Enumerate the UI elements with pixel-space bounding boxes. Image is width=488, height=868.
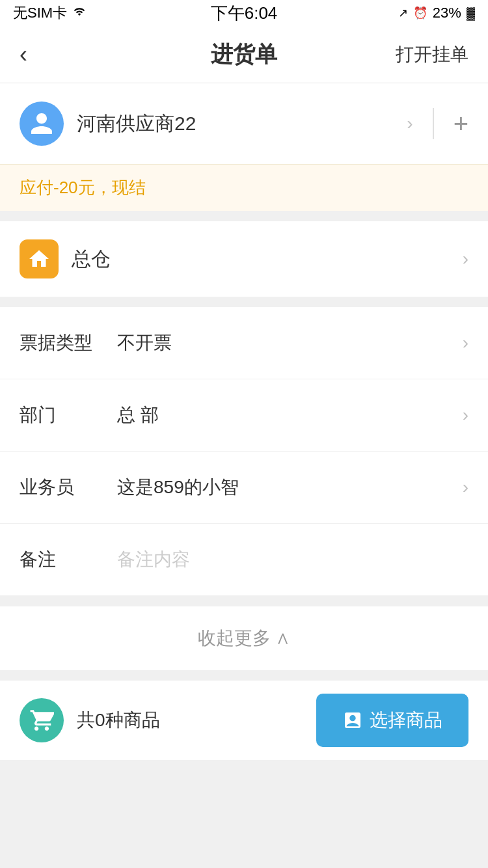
bottom-bar: 共0种商品 选择商品 bbox=[0, 681, 488, 760]
department-label: 部门 bbox=[20, 403, 98, 427]
status-bar: 无SIM卡 下午6:04 ↗ ⏰ 23% ▓ bbox=[0, 0, 488, 26]
select-product-button[interactable]: 选择商品 bbox=[316, 694, 468, 747]
invoice-type-chevron-icon: › bbox=[463, 332, 468, 353]
department-value: 总 部 bbox=[117, 403, 463, 427]
supplier-name: 河南供应商22 bbox=[77, 111, 407, 137]
remarks-label: 备注 bbox=[20, 547, 98, 572]
select-product-icon bbox=[342, 710, 363, 731]
status-time: 下午6:04 bbox=[211, 2, 278, 25]
status-left: 无SIM卡 bbox=[13, 3, 87, 23]
notice-text: 应付-20元，现结 bbox=[20, 178, 146, 197]
department-chevron-icon: › bbox=[463, 405, 468, 426]
supplier-chevron-icon: › bbox=[407, 113, 413, 134]
location-icon: ↗ bbox=[398, 6, 408, 20]
warehouse-section: 总仓 › bbox=[0, 221, 488, 297]
person-icon bbox=[29, 111, 55, 137]
wifi-icon bbox=[72, 5, 87, 21]
battery-icon: ▓ bbox=[467, 7, 475, 20]
salesperson-value: 这是859的小智 bbox=[117, 475, 463, 500]
warehouse-row[interactable]: 总仓 › bbox=[0, 221, 488, 297]
remaining-space bbox=[0, 760, 488, 868]
remarks-row[interactable]: 备注 备注内容 bbox=[0, 524, 488, 595]
battery-label: 23% bbox=[433, 5, 461, 21]
back-button[interactable]: ‹ bbox=[20, 41, 59, 68]
home-icon bbox=[27, 247, 51, 271]
select-product-label: 选择商品 bbox=[370, 708, 442, 733]
invoice-type-label: 票据类型 bbox=[20, 331, 98, 355]
nav-bar: ‹ 进货单 打开挂单 bbox=[0, 26, 488, 83]
add-supplier-button[interactable]: + bbox=[454, 111, 468, 137]
form-section: 票据类型 不开票 › 部门 总 部 › 业务员 这是859的小智 › 备注 备注… bbox=[0, 307, 488, 595]
supplier-row[interactable]: 河南供应商22 › + bbox=[0, 83, 488, 164]
supplier-divider bbox=[433, 108, 434, 139]
remarks-input[interactable]: 备注内容 bbox=[117, 547, 468, 572]
invoice-type-row[interactable]: 票据类型 不开票 › bbox=[0, 307, 488, 379]
supplier-section: 河南供应商22 › + 应付-20元，现结 bbox=[0, 83, 488, 211]
carrier-label: 无SIM卡 bbox=[13, 3, 67, 23]
product-count-label: 共0种商品 bbox=[77, 708, 316, 733]
salesperson-row[interactable]: 业务员 这是859的小智 › bbox=[0, 452, 488, 524]
cart-icon bbox=[29, 708, 54, 733]
warehouse-chevron-icon: › bbox=[463, 249, 468, 269]
alarm-icon: ⏰ bbox=[413, 6, 427, 20]
supplier-avatar bbox=[20, 102, 64, 146]
open-pending-button[interactable]: 打开挂单 bbox=[396, 42, 468, 67]
collapse-button[interactable]: 收起更多 ∧ bbox=[0, 606, 488, 670]
warehouse-name: 总仓 bbox=[72, 246, 463, 273]
salesperson-label: 业务员 bbox=[20, 475, 98, 500]
salesperson-chevron-icon: › bbox=[463, 477, 468, 498]
product-icon bbox=[20, 698, 64, 742]
department-row[interactable]: 部门 总 部 › bbox=[0, 379, 488, 452]
content-area: 河南供应商22 › + 应付-20元，现结 总仓 › 票据类型 不开票 › bbox=[0, 83, 488, 868]
warehouse-icon bbox=[20, 239, 59, 278]
notice-bar: 应付-20元，现结 bbox=[0, 164, 488, 211]
collapse-label: 收起更多 ∧ bbox=[198, 628, 291, 648]
page-title: 进货单 bbox=[211, 40, 277, 70]
invoice-type-value: 不开票 bbox=[117, 331, 463, 355]
status-right: ↗ ⏰ 23% ▓ bbox=[398, 5, 475, 21]
